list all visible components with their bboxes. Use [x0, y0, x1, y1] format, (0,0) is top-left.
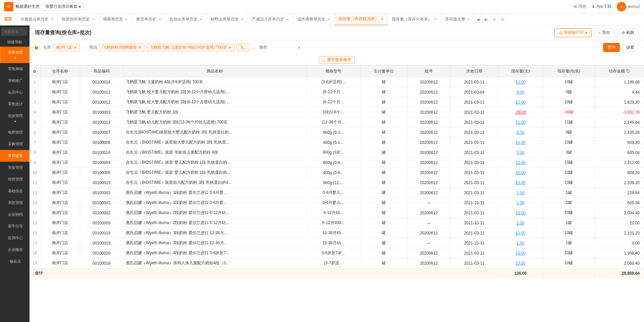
cell-qty-main[interactable]: 9.00 — [498, 127, 543, 138]
sidebar-item-inventory[interactable]: 库存核算 — [0, 150, 30, 162]
tab-fen-pan[interactable]: 分量盘点单历史 ✕ — [16, 13, 58, 25]
tab-zu-chai-close[interactable]: ✕ — [92, 17, 95, 21]
cell-qty-main[interactable]: 2.00 — [498, 198, 543, 208]
tab-xian-cun1[interactable]: 现存量（库存状况表） ✕ — [334, 13, 388, 25]
tab-close-all[interactable]: ✕ — [490, 13, 498, 25]
col-settings[interactable]: ⚙ — [30, 66, 40, 77]
sidebar-item-finance[interactable]: 资金管理 — [0, 162, 30, 173]
product-tag-1-close[interactable]: ✕ — [138, 45, 142, 50]
col-spec: 规格型号 — [306, 66, 360, 77]
filter-expand-arrow[interactable]: ▶ — [35, 44, 39, 51]
app-download-action[interactable]: ⬇ App下载 — [592, 4, 611, 9]
sidebar-item-zero-retail[interactable]: 零售管理 ▼ — [0, 47, 30, 63]
filter-more-icon[interactable]: ... — [82, 45, 85, 50]
cell-qty-main[interactable]: 10.00 — [498, 97, 543, 107]
sidebar-item-system[interactable]: 系统管理 — [0, 197, 30, 209]
cell-qty-main[interactable]: 1.00 — [498, 188, 543, 198]
search-input[interactable] — [1, 28, 27, 36]
tab-cai-liao-close[interactable]: ✕ — [241, 17, 244, 21]
sidebar-item-zero-stat[interactable]: 零售统计 — [0, 98, 30, 110]
cell-code: 00100013 — [80, 117, 123, 127]
tab-diao-bo[interactable]: 调拨单历史 ✕ — [99, 13, 132, 25]
cell-qty-main[interactable]: 10.00 — [498, 248, 543, 258]
tab-diao-bo-close[interactable]: ✕ — [125, 17, 128, 21]
tab-qi-ta[interactable]: 其他出库单历史 ✕ — [165, 13, 207, 25]
tab-home[interactable]: 首页 — [0, 13, 16, 25]
tab-nav-next[interactable]: ▶ — [482, 13, 490, 25]
cell-qty-main[interactable]: 10.00 — [498, 138, 543, 148]
sidebar-item-quick-nav[interactable]: 快捷导航 — [0, 38, 30, 47]
tab-qi-ta-close[interactable]: ✕ — [200, 17, 202, 21]
sidebar-item-guide[interactable]: 新手引导 — [0, 220, 30, 232]
settings-icon[interactable]: ⚙ — [33, 69, 37, 74]
cell-qty-main[interactable]: 3.00 — [498, 148, 543, 158]
warehouse-selector[interactable]: 母婴行业演示账套 ▾ — [42, 3, 84, 10]
cell-qty-main[interactable]: 0.00 — [498, 87, 543, 97]
cell-spec: 400g (6-1... — [306, 138, 360, 148]
tab-zu-chai[interactable]: 组装拆卸单历史 ✕ — [58, 13, 99, 25]
export-button[interactable]: ↑ 导出 — [594, 28, 614, 37]
sidebar-item-marketing[interactable]: 营销推广 — [0, 75, 30, 87]
tab-cheng-ben[interactable]: 成本调整单历史 ✕ — [293, 13, 334, 25]
settings-button[interactable]: 设置 — [622, 43, 639, 52]
tab-pi-ci-close[interactable]: ✕ — [467, 17, 470, 21]
cell-code: 00100004 — [80, 158, 123, 168]
cell-qty-pkg: 2罐 — [543, 198, 595, 208]
tab-yao-huo[interactable]: 要货单历史 ✕ — [132, 13, 165, 25]
expand-conditions-button[interactable]: ⌄ 展开更多条件 — [319, 56, 355, 64]
cell-name: 惠氏启腱（Wyeth illuma）4段奶粉 爱尔兰进口 3-6岁及7... — [123, 248, 306, 258]
tab-chan-pin-close[interactable]: ✕ — [286, 17, 289, 21]
product-filter-tag-1[interactable]: 飞鹤奶粉3段两罐装 ✕ — [99, 44, 145, 51]
product-filter-more-dots[interactable]: ... — [252, 45, 255, 50]
sidebar-item-member[interactable]: 会员中心 — [0, 87, 30, 98]
sidebar-item-zero-shop[interactable]: 零售商城 — [0, 63, 30, 75]
sidebar-item-operations[interactable]: 经营管理 — [0, 173, 30, 185]
cell-qty-main[interactable]: 10.00 — [498, 228, 543, 238]
cell-qty-main[interactable]: 10.00 — [498, 77, 543, 87]
cell-num: 6 — [30, 127, 40, 138]
tab-cai-liao[interactable]: 材料出库单历史 ✕ — [207, 13, 248, 25]
tab-menu[interactable]: ⊡ — [498, 13, 506, 25]
cell-qty-main[interactable]: 10.00 — [498, 158, 543, 168]
warehouse-tag-close[interactable]: ✕ — [73, 45, 77, 50]
tab-chan-pin[interactable]: 产成品入库单历史 ✕ — [248, 13, 293, 25]
cell-qty-main[interactable]: 1.00 — [498, 218, 543, 228]
tab-xian-cun1-close[interactable]: ✕ — [381, 17, 383, 21]
product-filter-label: 商品 — [89, 45, 97, 50]
print-template-button[interactable]: 🖨 按模板打印 ▾ — [554, 28, 592, 37]
sidebar-item-wechat[interactable]: 企业微信 — [0, 244, 30, 256]
user-area[interactable]: E demo2 — [617, 2, 640, 11]
sidebar-item-purchase[interactable]: 采购管理 — [0, 138, 30, 150]
cell-unit: 罐 — [360, 127, 407, 138]
cell-qty-main[interactable]: 11.00 — [498, 117, 543, 127]
tab-pi-ci[interactable]: 库存批次整 ✕ — [441, 13, 474, 25]
cell-qty-main[interactable]: 10.00 — [498, 168, 543, 178]
tab-cheng-ben-close[interactable]: ✕ — [327, 17, 330, 21]
cell-spec: 6-12月幼... — [306, 208, 360, 218]
product-filter-more[interactable]: 飞... — [236, 44, 250, 51]
sidebar-item-enterprise[interactable]: 企业协同 — [0, 209, 30, 220]
cell-qty-main[interactable]: -39.00 — [498, 107, 543, 117]
sidebar-item-vip[interactable]: 畅会员 — [0, 256, 30, 267]
message-action[interactable]: ✉ 消息 — [574, 4, 586, 9]
query-button[interactable]: 查询 — [603, 43, 620, 52]
warehouse-filter-tag[interactable]: 南岸门店 ✕ — [53, 44, 80, 51]
cell-qty-pkg: 1罐 — [543, 238, 595, 248]
tab-nav-prev[interactable]: ◀ — [474, 13, 482, 25]
cell-qty-main[interactable]: 10.00 — [498, 178, 543, 188]
tab-xian-cun2-close[interactable]: ✕ — [434, 17, 437, 21]
cell-qty-main[interactable]: 10.00 — [498, 208, 543, 218]
sidebar-item-appstore[interactable]: 应用中心 — [0, 232, 30, 244]
cell-qty-main[interactable]: 1.00 — [498, 238, 543, 248]
tab-yao-huo-close[interactable]: ✕ — [158, 17, 161, 21]
product-tag-2-close[interactable]: ✕ — [228, 45, 231, 50]
tab-fen-pan-close[interactable]: ✕ — [51, 17, 53, 21]
cell-qty-main[interactable]: 10.00 — [498, 258, 543, 268]
tab-xian-cun2[interactable]: 现存量（库存分布表） ✕ — [388, 13, 441, 25]
sidebar-item-ecommerce[interactable]: 电商管理 — [0, 126, 30, 138]
color-dropdown-icon[interactable]: ▾ — [298, 45, 300, 50]
product-filter-tag-2[interactable]: 飞鹤星飞帆 儿童奶粉 4段(3-6岁适用) 700克 ✕ — [147, 44, 234, 51]
sidebar-item-wholesale[interactable]: 批发管理 ▼ — [0, 110, 30, 126]
sidebar-item-basic[interactable]: 基础信息 — [0, 185, 30, 197]
refresh-button[interactable]: ↺ 刷新 — [617, 28, 639, 37]
